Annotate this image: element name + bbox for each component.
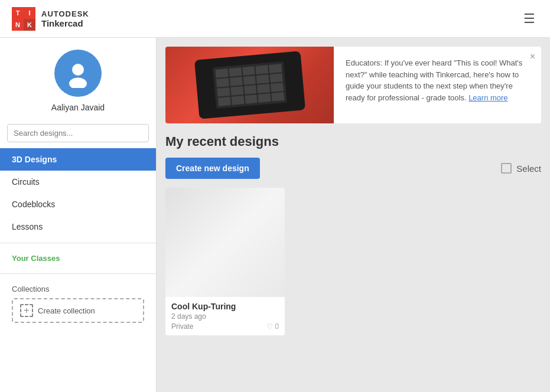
educator-banner: Educators: If you've ever heard "This is… xyxy=(165,47,541,123)
key-9 xyxy=(256,74,269,84)
sidebar-item-codeblocks[interactable]: Codeblocks xyxy=(0,193,156,215)
key-2 xyxy=(229,67,242,77)
learn-more-link[interactable]: Learn more xyxy=(468,93,507,102)
key-19 xyxy=(258,93,271,103)
brand-name: AUTODESK xyxy=(41,9,89,18)
key-12 xyxy=(230,86,243,96)
device-illustration xyxy=(194,51,305,119)
logo-text-area: AUTODESK Tinkercad xyxy=(41,9,89,28)
sidebar-divider-1 xyxy=(0,243,156,243)
logo-cell-t: T xyxy=(12,7,24,19)
card-likes: ♡ 0 xyxy=(266,322,279,331)
select-checkbox[interactable] xyxy=(501,163,512,174)
user-avatar-icon xyxy=(63,58,93,88)
main-layout: Aaliyan Javaid 3D Designs Circuits Codeb… xyxy=(0,38,550,392)
collections-section: Collections + Create collection xyxy=(0,279,156,329)
header-logo-area: T I N K AUTODESK Tinkercad xyxy=(12,7,89,31)
key-14 xyxy=(257,84,270,93)
create-collection-button[interactable]: + Create collection xyxy=(12,298,144,323)
card-meta: Private ♡ 0 xyxy=(171,322,279,331)
card-thumbnail xyxy=(165,188,285,297)
plus-icon: + xyxy=(20,304,33,317)
search-box[interactable] xyxy=(7,124,149,142)
sidebar-item-lessons[interactable]: Lessons xyxy=(0,215,156,238)
key-20 xyxy=(271,92,284,102)
designs-toolbar: Create new design Select xyxy=(165,158,541,179)
heart-icon: ♡ xyxy=(266,322,273,331)
key-1 xyxy=(215,68,228,78)
main-content: Educators: If you've ever heard "This is… xyxy=(157,38,550,392)
designs-grid: Cool Kup-Turing 2 days ago Private ♡ 0 xyxy=(165,188,541,335)
key-13 xyxy=(243,85,256,94)
sidebar: Aaliyan Javaid 3D Designs Circuits Codeb… xyxy=(0,38,157,392)
username-label: Aaliyan Javaid xyxy=(51,103,105,112)
logo-cell-k: K xyxy=(24,19,35,31)
app-header: T I N K AUTODESK Tinkercad ☰ xyxy=(0,0,550,38)
your-classes-link[interactable]: Your Classes xyxy=(0,248,156,269)
key-17 xyxy=(231,96,244,105)
banner-text-area: Educators: If you've ever heard "This is… xyxy=(334,47,541,123)
logo-cell-i: I xyxy=(24,7,35,19)
design-card[interactable]: Cool Kup-Turing 2 days ago Private ♡ 0 xyxy=(165,188,285,335)
sidebar-item-circuits[interactable]: Circuits xyxy=(0,171,156,193)
svg-point-0 xyxy=(72,64,84,76)
banner-image xyxy=(165,47,334,123)
svg-point-1 xyxy=(69,78,87,89)
key-16 xyxy=(217,97,230,106)
key-3 xyxy=(242,66,255,76)
card-privacy: Private xyxy=(171,322,193,331)
profile-section: Aaliyan Javaid xyxy=(0,38,156,121)
create-new-design-button[interactable]: Create new design xyxy=(165,158,260,179)
device-screen xyxy=(213,61,287,109)
key-10 xyxy=(269,73,282,83)
key-7 xyxy=(229,77,242,86)
section-title: My recent designs xyxy=(165,134,541,149)
key-15 xyxy=(271,83,284,92)
sidebar-item-3d-designs[interactable]: 3D Designs xyxy=(0,148,156,171)
key-8 xyxy=(243,76,256,85)
logo-cell-n: N xyxy=(12,19,24,31)
key-11 xyxy=(217,87,230,97)
select-area: Select xyxy=(501,163,541,174)
search-input[interactable] xyxy=(7,124,149,142)
key-6 xyxy=(216,78,229,87)
key-4 xyxy=(255,65,268,74)
select-label[interactable]: Select xyxy=(516,164,541,174)
collections-label: Collections xyxy=(12,285,144,293)
card-date: 2 days ago xyxy=(171,312,279,321)
card-info: Cool Kup-Turing 2 days ago Private ♡ 0 xyxy=(165,297,285,335)
key-5 xyxy=(269,64,282,73)
likes-count: 0 xyxy=(275,322,279,331)
product-name: Tinkercad xyxy=(41,18,89,28)
key-18 xyxy=(245,94,258,104)
hamburger-menu-button[interactable]: ☰ xyxy=(520,8,538,30)
avatar[interactable] xyxy=(54,50,102,97)
banner-close-button[interactable]: × xyxy=(530,51,535,62)
card-title: Cool Kup-Turing xyxy=(171,302,279,311)
autodesk-logo-grid: T I N K xyxy=(12,7,35,31)
create-collection-label: Create collection xyxy=(38,306,95,315)
sidebar-divider-2 xyxy=(0,273,156,274)
